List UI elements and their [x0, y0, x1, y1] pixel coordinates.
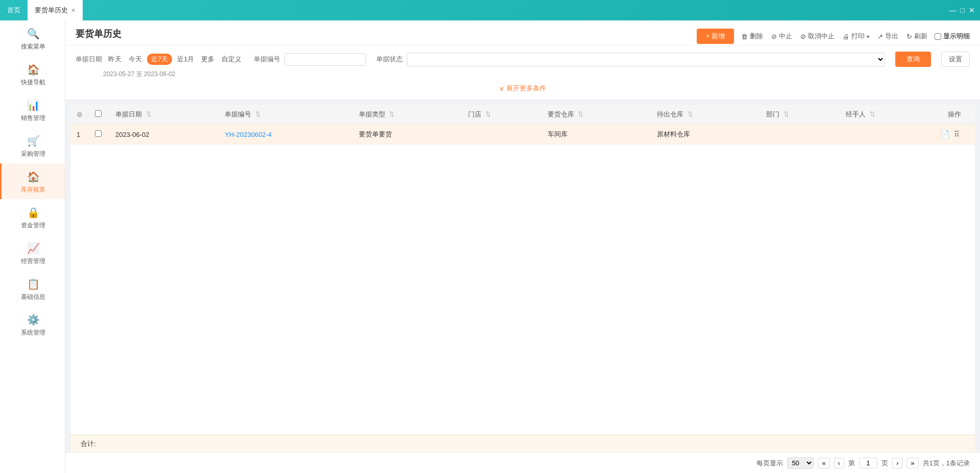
sidebar-item-system-label: 系统管理 — [21, 328, 45, 337]
tab-home[interactable]: 首页 — [0, 0, 28, 20]
row-department — [760, 125, 839, 145]
store-sort-icon[interactable]: ⇅ — [485, 110, 491, 118]
display-detail-checkbox[interactable] — [935, 33, 941, 40]
close-tab-icon[interactable]: ✕ — [71, 7, 76, 14]
date-last7days[interactable]: 近7天 — [147, 54, 172, 65]
delete-label: 删除 — [750, 32, 763, 41]
bill-number-link[interactable]: YH-20230602-4 — [225, 131, 272, 138]
topbar: 首页 要货单历史 ✕ — □ ✕ — [0, 0, 980, 20]
bill-number-column-header: 单据编号 ⇅ — [218, 105, 352, 125]
bill-number-input[interactable] — [284, 53, 366, 66]
actions-column-header: 操作 — [934, 105, 975, 125]
per-page-select[interactable]: 20 50 100 200 — [787, 457, 814, 469]
window-close-icon[interactable]: ✕ — [969, 6, 975, 14]
tab-home-label: 首页 — [7, 6, 20, 15]
table-settings-icon[interactable]: ⚙ — [77, 111, 83, 119]
stop-label: 中止 — [779, 32, 792, 41]
status-select[interactable] — [407, 53, 885, 66]
first-page-button[interactable]: « — [818, 458, 829, 468]
lock-icon: 🔒 — [27, 206, 40, 219]
page-title: 要货单历史 — [76, 29, 121, 39]
print-button[interactable]: 🖨 打印 ▾ — [842, 32, 870, 41]
sidebar-item-basic-info[interactable]: 📋 基础信息 — [0, 271, 65, 306]
settings-button[interactable]: 设置 — [941, 52, 970, 67]
print-label: 打印 — [851, 32, 865, 41]
table-footer: 合计: — [70, 435, 975, 453]
date-options: 昨天 今天 近7天 近1月 更多 自定义 — [106, 54, 243, 65]
export-button[interactable]: ↗ 导出 — [876, 32, 899, 41]
pending-warehouse-sort-icon[interactable]: ⇅ — [688, 110, 693, 118]
basic-info-icon: 📋 — [27, 278, 40, 290]
cancel-stop-label: 取消中止 — [808, 32, 835, 41]
store-column-header: 门店 ⇅ — [462, 105, 541, 125]
home-icon: 🏠 — [27, 63, 40, 76]
date-today[interactable]: 今天 — [127, 54, 144, 65]
department-sort-icon[interactable]: ⇅ — [783, 110, 789, 118]
refresh-icon: ↻ — [906, 33, 912, 40]
cancel-stop-button[interactable]: ⊘ 取消中止 — [799, 32, 836, 41]
query-button[interactable]: 查询 — [895, 52, 931, 67]
row-actions-cell: 📄 ⠿ — [934, 125, 975, 145]
warehouse-sort-icon[interactable]: ⇅ — [578, 110, 583, 118]
sidebar-item-quick-nav[interactable]: 🏠 快捷导航 — [0, 56, 65, 92]
date-custom[interactable]: 自定义 — [219, 54, 243, 65]
export-label: 导出 — [885, 32, 898, 41]
display-detail-toggle[interactable]: 显示明细 — [935, 32, 970, 41]
sidebar-item-sales-label: 销售管理 — [21, 114, 45, 123]
sidebar-item-purchase[interactable]: 🛒 采购管理 — [0, 128, 65, 163]
status-filter-group: 单据状态 — [376, 53, 885, 66]
date-range-text: 2023-05-27 至 2023-06-02 — [103, 70, 175, 79]
maximize-icon[interactable]: □ — [961, 6, 965, 14]
pending-warehouse-column-header: 待出仓库 ⇅ — [651, 105, 760, 125]
date-sort-icon[interactable]: ⇅ — [146, 110, 152, 118]
search-icon: 🔍 — [27, 28, 40, 40]
sidebar-item-inventory[interactable]: 🏠 库存核算 — [0, 163, 65, 199]
bill-type-sort-icon[interactable]: ⇅ — [389, 110, 395, 118]
sidebar-item-finance[interactable]: 🔒 资金管理 — [0, 199, 65, 235]
sidebar-item-search[interactable]: 🔍 搜索菜单 — [0, 20, 65, 56]
expand-more-btn[interactable]: ∨ 展开更多条件 — [76, 82, 970, 95]
sidebar-item-operations[interactable]: 📈 经营管理 — [0, 235, 65, 271]
date-column-label: 单据日期 — [115, 110, 142, 118]
handler-column-label: 经手人 — [846, 110, 866, 118]
delete-button[interactable]: 🗑 删除 — [740, 32, 764, 41]
expand-more-label: 展开更多条件 — [506, 84, 546, 93]
handler-sort-icon[interactable]: ⇅ — [870, 110, 875, 118]
handler-column-header: 经手人 ⇅ — [840, 105, 934, 125]
bill-type-column-header: 单据类型 ⇅ — [353, 105, 462, 125]
stop-button[interactable]: ⊘ 中止 — [770, 32, 793, 41]
status-label: 单据状态 — [376, 55, 403, 64]
content-area: 要货单历史 + 新增 🗑 删除 ⊘ 中止 ⊘ 取消中止 🖨 打印 — [65, 20, 980, 473]
last-page-button[interactable]: » — [906, 458, 918, 468]
next-page-button[interactable]: › — [892, 458, 902, 468]
row-delete-icon[interactable]: ⠿ — [954, 130, 960, 139]
actions-column-label: 操作 — [948, 110, 961, 118]
page-number-input[interactable] — [859, 458, 877, 468]
date-more[interactable]: 更多 — [199, 54, 216, 65]
row-bill-type: 要货单要货 — [353, 125, 462, 145]
prev-page-button[interactable]: ‹ — [834, 458, 844, 468]
sidebar-item-operations-label: 经营管理 — [21, 257, 45, 266]
select-all-checkbox[interactable] — [95, 110, 102, 117]
sum-label: 合计: — [81, 439, 96, 448]
refresh-button[interactable]: ↻ 刷新 — [905, 32, 928, 41]
page-prefix: 第 — [848, 459, 855, 468]
date-yesterday[interactable]: 昨天 — [106, 54, 124, 65]
window-controls: — □ ✕ — [949, 6, 980, 14]
warehouse-column-label: 要货仓库 — [548, 110, 574, 118]
minimize-icon[interactable]: — — [949, 6, 957, 14]
date-last1month[interactable]: 近1月 — [175, 54, 196, 65]
sidebar-item-system[interactable]: ⚙️ 系统管理 — [0, 306, 65, 342]
cancel-stop-icon: ⊘ — [800, 33, 806, 40]
tab-purchase-history[interactable]: 要货单历史 ✕ — [28, 0, 83, 20]
sidebar-item-sales[interactable]: 📊 销售管理 — [0, 92, 65, 128]
row-edit-icon[interactable]: 📄 — [940, 130, 950, 139]
bill-number-sort-icon[interactable]: ⇅ — [255, 110, 261, 118]
pending-warehouse-column-label: 待出仓库 — [657, 110, 683, 118]
new-button[interactable]: + 新增 — [697, 29, 734, 44]
row-checkbox[interactable] — [95, 130, 102, 137]
bill-type-column-label: 单据类型 — [359, 110, 385, 118]
chart-icon: 📊 — [27, 99, 40, 111]
system-icon: ⚙️ — [27, 314, 40, 326]
inventory-icon: 🏠 — [27, 171, 40, 183]
